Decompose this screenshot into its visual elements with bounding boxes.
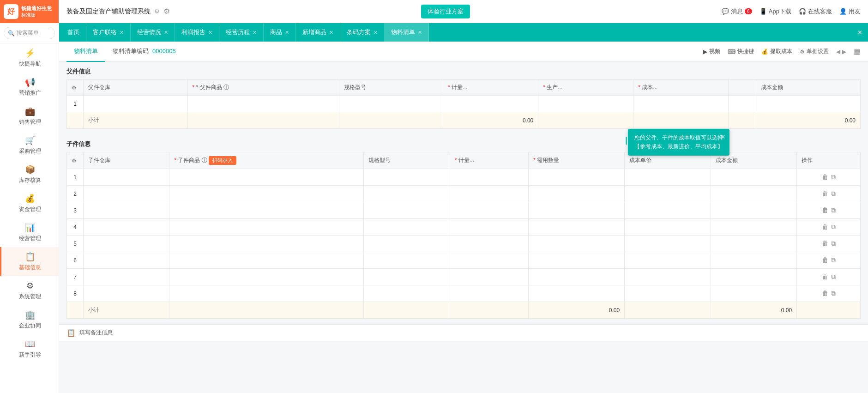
delete-icon[interactable]: 🗑 [822,290,828,297]
child-row-2-unit[interactable] [450,186,528,202]
child-row-5-warehouse[interactable] [84,236,169,252]
delete-icon[interactable]: 🗑 [822,190,828,198]
child-row-7-quantity[interactable] [529,269,625,285]
tab-bom[interactable]: 物料清单 ✕ [385,23,429,42]
tab-customers[interactable]: 客户联络 ✕ [86,23,131,42]
sidebar-item-operations[interactable]: 📊 经营管理 [0,218,59,247]
child-col-settings[interactable]: ⚙ [67,152,84,169]
child-row-1-spec[interactable] [364,169,450,186]
parent-row-1-goods[interactable] [187,96,339,112]
delete-icon[interactable]: 🗑 [822,256,828,264]
delete-icon[interactable]: 🗑 [822,223,828,231]
child-row-1-goods[interactable] [169,169,364,186]
tab-profit[interactable]: 利润报告 ✕ [175,23,219,42]
delete-icon[interactable]: 🗑 [822,206,828,214]
child-row-2-spec[interactable] [364,186,450,202]
sidebar-item-system[interactable]: ⚙ 系统管理 [0,276,59,305]
tab-home[interactable]: 首页 [61,23,86,42]
child-row-7-warehouse[interactable] [84,269,169,285]
shortcut-action[interactable]: ⌨ 快捷键 [728,48,754,55]
child-row-7-unit[interactable] [450,269,528,285]
tab-bom-close[interactable]: ✕ [418,30,422,36]
sub-tab-list[interactable]: 物料清单 [66,42,105,62]
copy-icon[interactable]: ⧉ [831,256,836,264]
child-row-1-quantity[interactable] [529,169,625,186]
copy-icon[interactable]: ⧉ [831,190,836,198]
child-row-6-warehouse[interactable] [84,252,169,269]
child-row-6-spec[interactable] [364,252,450,269]
tab-goods[interactable]: 商品 ✕ [264,23,296,42]
tab-customers-close[interactable]: ✕ [120,30,124,36]
child-row-6-unit[interactable] [450,252,528,269]
app-download-button[interactable]: 📱 App下载 [760,7,791,16]
sidebar-item-sales[interactable]: 💼 销售管理 [0,102,59,131]
close-all-tabs[interactable]: ✕ [854,29,866,36]
tooltip-close-button[interactable]: ✕ [720,132,726,142]
copy-icon[interactable]: ⧉ [831,223,836,231]
child-row-2-price[interactable] [625,186,711,202]
child-row-1-price[interactable] [625,169,711,186]
child-row-6-price[interactable] [625,252,711,269]
tab-history[interactable]: 经营历程 ✕ [219,23,264,42]
child-row-1-warehouse[interactable] [84,169,169,186]
child-row-4-spec[interactable] [364,219,450,236]
child-row-4-price[interactable] [625,219,711,236]
child-row-4-goods[interactable] [169,219,364,236]
child-row-8-goods[interactable] [169,285,364,302]
child-row-1-unit[interactable] [450,169,528,186]
child-row-4-unit[interactable] [450,219,528,236]
child-row-8-spec[interactable] [364,285,450,302]
child-row-3-unit[interactable] [450,202,528,219]
parent-row-1-production[interactable] [538,96,633,112]
scan-button[interactable]: 扫码录入 [209,156,236,165]
child-row-5-unit[interactable] [450,236,528,252]
message-button[interactable]: 💬 消息 6 [722,7,752,16]
system-dropdown-icon[interactable]: ⚙ [154,8,160,15]
view-action[interactable]: ▶ 视频 [703,48,720,55]
child-row-7-price[interactable] [625,269,711,285]
tab-operations[interactable]: 经营情况 ✕ [131,23,175,42]
child-row-3-spec[interactable] [364,202,450,219]
child-row-5-quantity[interactable] [529,236,625,252]
delete-icon[interactable]: 🗑 [822,273,828,281]
next-arrow[interactable]: ▶ [842,48,846,55]
child-row-4-warehouse[interactable] [84,219,169,236]
child-row-6-quantity[interactable] [529,252,625,269]
child-row-5-goods[interactable] [169,236,364,252]
sidebar-item-guide[interactable]: 📖 新手引导 [0,334,59,363]
child-row-4-quantity[interactable] [529,219,625,236]
child-row-3-price[interactable] [625,202,711,219]
child-row-2-quantity[interactable] [529,186,625,202]
copy-icon[interactable]: ⧉ [831,206,836,214]
child-row-8-warehouse[interactable] [84,285,169,302]
tab-goods-close[interactable]: ✕ [285,30,289,36]
tab-new-goods[interactable]: 新增商品 ✕ [296,23,340,42]
copy-icon[interactable]: ⧉ [831,273,836,281]
child-row-2-goods[interactable] [169,186,364,202]
parent-row-1-unit[interactable] [443,96,538,112]
prev-arrow[interactable]: ◀ [836,48,840,55]
tab-history-close[interactable]: ✕ [253,30,257,36]
tab-operations-close[interactable]: ✕ [164,30,168,36]
settings-action[interactable]: ⚙ 单据设置 [800,48,829,55]
sidebar-item-basic-info[interactable]: 📋 基础信息 [0,247,59,276]
tab-profit-close[interactable]: ✕ [208,30,212,36]
child-row-5-price[interactable] [625,236,711,252]
sidebar-item-marketing[interactable]: 📢 营销推广 [0,73,59,102]
child-row-5-spec[interactable] [364,236,450,252]
child-row-3-goods[interactable] [169,202,364,219]
delete-icon[interactable]: 🗑 [822,240,828,248]
online-service-button[interactable]: 🎧 在线客服 [799,7,832,16]
tab-barcode-close[interactable]: ✕ [374,30,378,36]
child-row-7-spec[interactable] [364,269,450,285]
child-row-6-goods[interactable] [169,252,364,269]
child-row-8-price[interactable] [625,285,711,302]
child-row-7-goods[interactable] [169,269,364,285]
grid-view-icon[interactable]: ▦ [854,47,861,56]
sidebar-item-inventory[interactable]: 📦 库存核算 [0,160,59,189]
sidebar-item-finance[interactable]: 💰 资金管理 [0,189,59,218]
child-row-3-warehouse[interactable] [84,202,169,219]
copy-icon[interactable]: ⧉ [831,173,836,181]
sidebar-item-purchase[interactable]: 🛒 采购管理 [0,131,59,160]
user-menu[interactable]: 👤 用友 [839,7,861,16]
